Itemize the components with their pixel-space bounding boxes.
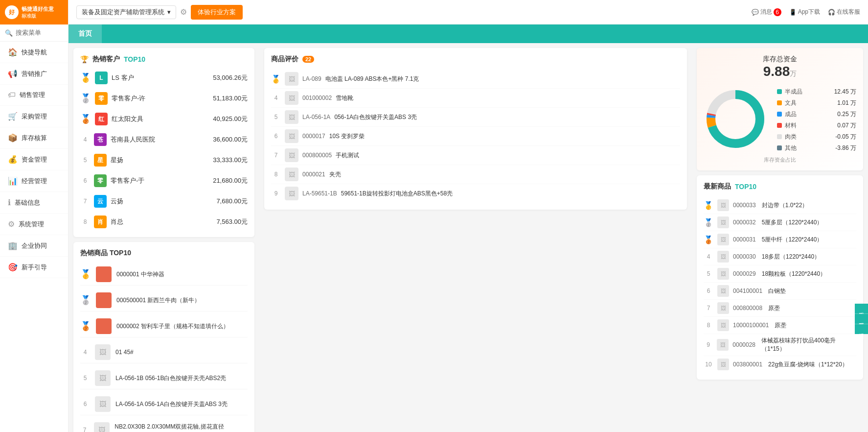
nav-tabs: 首页 — [69, 24, 868, 43]
service-community-button[interactable]: 服务社区 — [855, 314, 868, 324]
settings-icon[interactable]: ⚙ — [180, 7, 187, 17]
message-link[interactable]: 💬 消息 6 — [752, 8, 781, 16]
customer-service-button[interactable]: 客服热线 — [855, 304, 868, 314]
legend-dot — [777, 145, 782, 150]
list-item: 8 🖼 0000021 夹壳 — [271, 165, 680, 184]
sidebar-logo: 好 畅捷通好生意 标准版 — [0, 0, 68, 24]
sidebar-item-finance[interactable]: 💰 资金管理 — [0, 149, 68, 170]
headset-icon: 🎧 — [828, 9, 835, 16]
phone-icon: 📱 — [789, 9, 797, 16]
system-selector[interactable]: 装备及固定资产辅助管理系统 ▾ — [76, 5, 176, 19]
list-item: 🥇 🖼 LA-089 电池盖 LA-089 ABS本色+黑种 7.1克 — [271, 70, 680, 89]
trophy-icon: 🏆 — [80, 55, 89, 63]
sidebar-item-inventory[interactable]: 📦 库存核算 — [0, 127, 68, 149]
search-icon: 🔍 — [5, 29, 13, 37]
list-item: 7 🖼 000800008 原垄 — [704, 300, 856, 317]
legend-item: 半成品 12.45 万 — [777, 88, 856, 96]
logo-text: 畅捷通好生意 标准版 — [22, 5, 54, 19]
product-reviews-card: 商品评价 22 🥇 🖼 LA-089 电池盖 LA-089 ABS本色+黑种 7… — [264, 48, 687, 210]
product-image-placeholder: 🖼 — [95, 370, 111, 386]
donut-chart — [704, 87, 767, 152]
list-item: 4 🖼 001000002 雪地靴 — [271, 89, 680, 108]
main-wrapper: 装备及固定资产辅助管理系统 ▾ ⚙ 体验行业方案 💬 消息 6 📱 App下载 … — [69, 0, 868, 432]
sidebar-item-operations[interactable]: 📊 经营管理 — [0, 170, 68, 192]
sidebar-item-marketing[interactable]: 📢 营销推广 — [0, 63, 68, 85]
product-thumb: 🖼 — [285, 72, 298, 86]
customer-list: 🥇 L LS 客户 53,006.26元 🥈 零 零售客户-许 51,183.0… — [80, 70, 248, 230]
newest-products-list: 🥇 🖼 0000033 封边带（1.0*22） 🥈 🖼 0000032 5厘多层… — [704, 197, 856, 373]
legend-dot — [777, 89, 782, 94]
product-thumb: 🖼 — [285, 129, 298, 143]
product-thumb: 🖼 — [285, 187, 298, 200]
sidebar-item-corp-collab[interactable]: 🏢 企业协同 — [0, 235, 68, 257]
sidebar-item-basic-info[interactable]: ℹ 基础信息 — [0, 192, 68, 214]
hot-products-list: 🥇 0000001 中华神器 🥈 000500001 新西兰牛肉（新牛） 🥉 0… — [80, 264, 248, 432]
system-icon: ⚙ — [8, 219, 15, 229]
product-thumb: 🖼 — [285, 110, 298, 124]
list-item: 7 云 云扬 7,680.00元 — [80, 193, 248, 210]
product-image — [96, 266, 112, 282]
donut-chart-container: 半成品 12.45 万 文具 1.01 万 成品 0.25 万 — [704, 87, 856, 152]
sidebar-item-sales[interactable]: 🏷 销售管理 — [0, 85, 68, 106]
online-service-link[interactable]: 🎧 在线客服 — [828, 8, 860, 16]
list-item: 6 🖼 LA-056-1A 056-1A白色按键开关盖ABS 3壳 — [80, 393, 248, 415]
list-item: 🥉 0000002 智利车子里（规格不知道填什么） — [80, 315, 248, 337]
product-reviews-list: 🥇 🖼 LA-089 电池盖 LA-089 ABS本色+黑种 7.1克 4 🖼 … — [271, 70, 680, 203]
legend-dot — [777, 134, 782, 139]
legend-item: 其他 -3.86 万 — [777, 144, 856, 152]
list-item: 9 🖼 LA-59651-1B 59651-1B旋转投影灯电池盒ABS黑色+58… — [271, 184, 680, 203]
sidebar-item-system[interactable]: ⚙ 系统管理 — [0, 214, 68, 235]
right-panel: 库存总资金 9.88万 — [692, 43, 868, 432]
legend-dot — [777, 100, 782, 105]
logo-icon: 好 — [5, 5, 19, 19]
product-image-placeholder: 🖼 — [95, 344, 111, 360]
sidebar-item-purchase[interactable]: 🛒 采购管理 — [0, 106, 68, 127]
product-thumb: 🖼 — [717, 268, 729, 280]
list-item: 8 🖼 10000100001 原垄 — [704, 317, 856, 334]
customer-avatar: 星 — [94, 154, 107, 167]
rank-icon: 🥈 — [80, 295, 91, 306]
list-item: 6 零 零售客户-于 21,680.00元 — [80, 172, 248, 189]
list-item: 🥈 零 零售客户-许 51,183.00元 — [80, 90, 248, 107]
sidebar-item-quick-nav[interactable]: 🏠 快捷导航 — [0, 42, 68, 63]
left-panel: 🏆 热销客户 TOP10 🥇 L LS 客户 53,006.26元 🥈 零 零售 — [69, 43, 259, 432]
trial-button[interactable]: 体验行业方案 — [191, 5, 243, 20]
content-area: 🏆 热销客户 TOP10 🥇 L LS 客户 53,006.26元 🥈 零 零售 — [69, 43, 868, 432]
list-item: 4 苍 苍南县人民医院 36,600.00元 — [80, 131, 248, 148]
rank-icon: 🥈 — [704, 218, 713, 227]
list-item: 4 🖼 0000030 18多层（1220*2440） — [704, 248, 856, 265]
list-item: 5 🖼 LA-056-1A 056-1A白色按键开关盖ABS 3壳 — [271, 108, 680, 127]
rank-icon: 🥇 — [80, 72, 91, 83]
rank-icon: 🥉 — [704, 235, 713, 244]
top-bar-left: 装备及固定资产辅助管理系统 ▾ ⚙ 体验行业方案 — [76, 5, 243, 20]
home-icon: 🏠 — [8, 48, 18, 57]
customer-avatar: 肖 — [94, 216, 107, 228]
search-menu[interactable]: 🔍 搜索菜单 — [0, 24, 68, 42]
app-download-link[interactable]: 📱 App下载 — [789, 8, 820, 16]
corp-icon: 🏢 — [8, 241, 18, 250]
legend-dot — [777, 123, 782, 128]
list-item: 7 🖼 000800005 手机测试 — [271, 146, 680, 165]
live-button[interactable]: 直播 — [855, 324, 868, 334]
product-thumb: 🖼 — [717, 216, 729, 228]
list-item: 7 🖼 NB2.0X30B 2.0X30MM双搓花轴,搓花直径2.1MM/ROH… — [80, 419, 248, 432]
tab-home[interactable]: 首页 — [69, 24, 102, 43]
rank-icon: 🥉 — [80, 321, 91, 332]
list-item: 8 肖 肖总 7,563.00元 — [80, 214, 248, 230]
list-item: 🥇 0000001 中华神器 — [80, 264, 248, 286]
legend-item: 肉类 -0.05 万 — [777, 133, 856, 141]
product-thumb: 🖼 — [285, 168, 298, 181]
rank-icon: 🥇 — [704, 201, 713, 210]
finance-icon: 💰 — [8, 155, 18, 164]
legend-item: 材料 0.07 万 — [777, 121, 856, 130]
float-buttons: 客服热线 服务社区 直播 — [855, 304, 868, 334]
list-item: 🥉 🖼 0000031 5厘中纤（1220*2440） — [704, 231, 856, 248]
product-image-placeholder: 🖼 — [94, 422, 110, 432]
legend-item: 文具 1.01 万 — [777, 99, 856, 107]
product-thumb: 🖼 — [717, 302, 729, 314]
sidebar-item-newbie[interactable]: 🎯 新手引导 — [0, 257, 68, 278]
product-image — [96, 318, 112, 334]
customer-avatar: 红 — [95, 113, 108, 125]
legend-item: 成品 0.25 万 — [777, 110, 856, 119]
top-bar: 装备及固定资产辅助管理系统 ▾ ⚙ 体验行业方案 💬 消息 6 📱 App下载 … — [69, 0, 868, 24]
